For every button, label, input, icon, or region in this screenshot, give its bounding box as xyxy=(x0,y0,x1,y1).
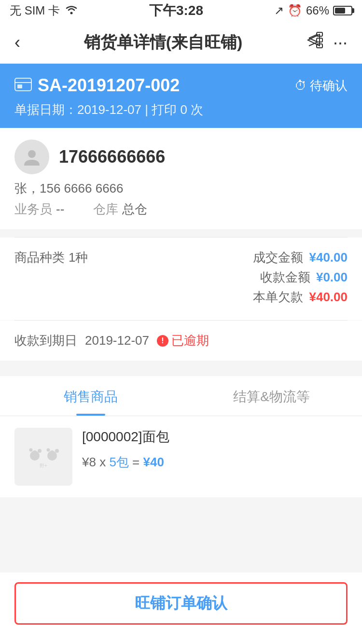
product-type-label: 商品种类 xyxy=(14,249,65,266)
location-icon: ↗ xyxy=(274,4,284,17)
summary-section: 商品种类 1种 成交金额 ¥40.00 收款金额 ¥0.00 本单欠款 ¥40.… xyxy=(0,238,362,320)
order-icon xyxy=(14,75,32,96)
svg-text:野+: 野+ xyxy=(40,463,47,468)
back-button[interactable]: ‹ xyxy=(14,32,20,53)
order-date: 单据日期：2019-12-07 | 打印 0 次 xyxy=(14,101,348,118)
order-header: SA-20191207-002 ⏱ 待确认 单据日期：2019-12-07 | … xyxy=(0,64,362,128)
warehouse-value: 总仓 xyxy=(122,201,147,218)
product-type-value: 1种 xyxy=(69,249,88,266)
wifi-icon xyxy=(65,4,78,17)
tabs: 销售商品 结算&物流等 xyxy=(0,376,362,416)
receipt-amount: ¥0.00 xyxy=(316,270,348,285)
clock-icon: ⏱ xyxy=(294,78,307,93)
product-name: [0000002]面包 xyxy=(82,428,348,446)
svg-point-16 xyxy=(50,450,55,455)
svg-point-14 xyxy=(29,448,33,452)
confirm-order-button[interactable]: 旺铺订单确认 xyxy=(14,582,348,625)
salesperson-label: 业务员 xyxy=(14,201,52,218)
balance-amount: ¥40.00 xyxy=(309,290,348,305)
section-divider xyxy=(0,361,362,368)
total-price: ¥40 xyxy=(143,455,164,469)
receipt-label: 收款金额 xyxy=(260,269,310,286)
customer-meta: 业务员 -- 仓库 总仓 xyxy=(14,201,348,218)
battery-text: 66% xyxy=(306,4,329,17)
tab-sales-products[interactable]: 销售商品 xyxy=(0,376,181,416)
overdue-text: 已逾期 xyxy=(171,332,209,349)
status-right: ↗ ⏰ 66% xyxy=(274,4,352,17)
warehouse-label: 仓库 xyxy=(93,201,118,218)
overdue-icon: ! xyxy=(157,335,168,347)
due-date-value: 2019-12-07 xyxy=(85,333,149,348)
order-id: SA-20191207-002 xyxy=(14,75,180,96)
bottom-bar: 旺铺订单确认 xyxy=(0,573,362,644)
status-time: 下午3:28 xyxy=(149,1,203,20)
carrier-text: 无 SIM 卡 xyxy=(10,3,60,18)
status-bar: 无 SIM 卡 下午3:28 ↗ ⏰ 66% xyxy=(0,0,362,21)
svg-point-17 xyxy=(55,449,59,453)
salesperson-value: -- xyxy=(56,202,64,217)
product-item: 野+ [0000002]面包 ¥8 x 5包 = ¥40 xyxy=(0,416,362,497)
product-price: ¥8 x 5包 = ¥40 xyxy=(82,454,348,471)
transaction-label: 成交金额 xyxy=(253,249,303,266)
balance-label: 本单欠款 xyxy=(253,289,303,306)
tab-settlement[interactable]: 结算&物流等 xyxy=(181,376,362,416)
svg-point-10 xyxy=(28,150,36,158)
svg-point-0 xyxy=(70,12,73,14)
svg-rect-7 xyxy=(15,78,31,91)
product-thumbnail: 野+ xyxy=(14,428,72,486)
multiply-sign: x xyxy=(99,455,109,469)
customer-name: 张，156 6666 6666 xyxy=(14,180,348,197)
customer-phone: 17666666666 xyxy=(59,147,165,167)
svg-rect-9 xyxy=(17,84,22,88)
battery-icon xyxy=(333,6,352,15)
summary-right: 成交金额 ¥40.00 收款金额 ¥0.00 本单欠款 ¥40.00 xyxy=(253,249,348,308)
alarm-icon: ⏰ xyxy=(288,4,302,17)
nav-bar: ‹ 销货单详情(来自旺铺) ··· xyxy=(0,21,362,64)
overdue-badge: ! 已逾期 xyxy=(157,332,209,349)
quantity: 5包 xyxy=(109,455,128,469)
due-section: 收款到期日 2019-12-07 ! 已逾期 xyxy=(0,321,362,361)
product-section: 野+ [0000002]面包 ¥8 x 5包 = ¥40 xyxy=(0,416,362,497)
order-status: ⏱ 待确认 xyxy=(294,77,348,94)
svg-point-13 xyxy=(38,449,42,453)
customer-section: 17666666666 张，156 6666 6666 业务员 -- 仓库 总仓 xyxy=(0,128,362,229)
customer-avatar xyxy=(14,140,49,174)
equals-sign: = xyxy=(132,455,143,469)
svg-point-12 xyxy=(32,450,37,455)
product-info: [0000002]面包 ¥8 x 5包 = ¥40 xyxy=(82,428,348,471)
transaction-amount: ¥40.00 xyxy=(309,250,348,265)
status-left: 无 SIM 卡 xyxy=(10,3,78,18)
share-icon[interactable] xyxy=(306,31,323,53)
more-icon[interactable]: ··· xyxy=(333,32,348,53)
svg-point-18 xyxy=(47,448,50,452)
nav-actions: ··· xyxy=(306,31,348,53)
due-date-label: 收款到期日 xyxy=(14,332,77,349)
unit-price: ¥8 xyxy=(82,455,96,469)
page-title: 销货单详情(来自旺铺) xyxy=(84,31,243,54)
